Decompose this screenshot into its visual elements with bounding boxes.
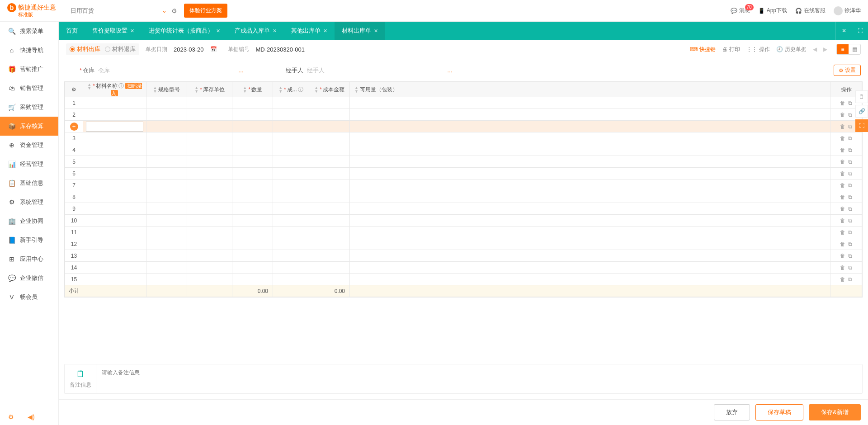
- cell-amount[interactable]: [309, 121, 350, 132]
- cell-qty[interactable]: [232, 250, 273, 262]
- copy-icon[interactable]: ⧉: [848, 182, 852, 189]
- cell-amount[interactable]: [309, 238, 350, 250]
- sidebar-item-经营管理[interactable]: 📊经营管理: [0, 155, 58, 174]
- cell-available[interactable]: [350, 168, 830, 179]
- copy-icon[interactable]: ⧉: [848, 100, 852, 106]
- delete-icon[interactable]: 🗑: [840, 241, 845, 247]
- handler-more-icon[interactable]: …: [447, 67, 453, 74]
- warehouse-more-icon[interactable]: …: [238, 67, 245, 74]
- cell-amount[interactable]: [309, 191, 350, 203]
- experience-button[interactable]: 体验行业方案: [184, 4, 227, 18]
- copy-icon[interactable]: ⧉: [848, 264, 852, 271]
- delete-icon[interactable]: 🗑: [840, 194, 845, 200]
- cell-unit[interactable]: [187, 179, 232, 191]
- copy-icon[interactable]: ⧉: [848, 253, 852, 259]
- cell-amount[interactable]: [309, 215, 350, 227]
- cell-unit[interactable]: [187, 191, 232, 203]
- cell-amount[interactable]: [309, 168, 350, 179]
- sidebar-item-快捷导航[interactable]: ⌂快捷导航: [0, 41, 58, 60]
- cell-spec[interactable]: [146, 179, 187, 191]
- col-available[interactable]: ▲▼可用量（包装）: [350, 82, 830, 97]
- cell-unit[interactable]: [187, 250, 232, 262]
- view-list-button[interactable]: ≡: [837, 44, 849, 54]
- sidebar-item-畅会员[interactable]: V畅会员: [0, 288, 58, 307]
- cell-name[interactable]: [83, 168, 146, 179]
- material-name-input[interactable]: [86, 122, 143, 132]
- cell-cost[interactable]: [273, 109, 309, 121]
- copy-icon[interactable]: ⧉: [848, 229, 852, 236]
- cell-name[interactable]: [83, 179, 146, 191]
- cell-spec[interactable]: [146, 227, 187, 238]
- cell-available[interactable]: [350, 144, 830, 156]
- col-spec[interactable]: ▲▼规格型号: [146, 82, 187, 97]
- cell-spec[interactable]: [146, 144, 187, 156]
- support-button[interactable]: 🎧 在线客服: [795, 7, 826, 14]
- cell-cost[interactable]: [273, 191, 309, 203]
- radio-material-back[interactable]: 材料退库: [105, 45, 136, 53]
- cell-name[interactable]: [83, 238, 146, 250]
- cell-unit[interactable]: [187, 203, 232, 215]
- close-icon[interactable]: ✕: [273, 28, 277, 34]
- delete-icon[interactable]: 🗑: [840, 112, 845, 118]
- cell-unit[interactable]: [187, 144, 232, 156]
- cell-name[interactable]: [83, 156, 146, 168]
- cell-cost[interactable]: [273, 250, 309, 262]
- tab-expand[interactable]: ⛶: [852, 22, 868, 40]
- cell-cost[interactable]: [273, 215, 309, 227]
- cell-qty[interactable]: [232, 144, 273, 156]
- delete-icon[interactable]: 🗑: [840, 182, 845, 189]
- cell-unit[interactable]: [187, 274, 232, 285]
- delete-icon[interactable]: 🗑: [840, 123, 845, 130]
- sidebar-item-库存核算[interactable]: 📦库存核算: [0, 117, 58, 136]
- cell-cost[interactable]: [273, 227, 309, 238]
- help-icon[interactable]: ⓘ: [118, 83, 124, 89]
- cell-amount[interactable]: [309, 274, 350, 285]
- cell-spec[interactable]: [146, 168, 187, 179]
- shortcut-button[interactable]: ⌨ 快捷键: [690, 46, 716, 53]
- cell-qty[interactable]: [232, 121, 273, 132]
- date-value[interactable]: 2023-03-20: [174, 46, 204, 53]
- cell-qty[interactable]: [232, 109, 273, 121]
- cell-available[interactable]: [350, 215, 830, 227]
- view-card-button[interactable]: ▦: [849, 44, 860, 54]
- delete-icon[interactable]: 🗑: [840, 253, 845, 259]
- sidebar-item-应用中心[interactable]: ⊞应用中心: [0, 250, 58, 269]
- operate-button[interactable]: ⋮⋮ 操作: [746, 46, 770, 53]
- cell-cost[interactable]: [273, 132, 309, 144]
- copy-icon[interactable]: ⧉: [848, 170, 852, 177]
- copy-icon[interactable]: ⧉: [848, 241, 852, 247]
- cell-name[interactable]: [83, 144, 146, 156]
- cell-name[interactable]: [83, 132, 146, 144]
- cell-name[interactable]: [83, 203, 146, 215]
- cell-qty[interactable]: [232, 227, 273, 238]
- cell-unit[interactable]: [187, 215, 232, 227]
- cell-unit[interactable]: [187, 121, 232, 132]
- sidebar-item-搜索菜单[interactable]: 🔍搜索菜单: [0, 22, 58, 41]
- cell-name[interactable]: [83, 227, 146, 238]
- copy-icon[interactable]: ⧉: [848, 123, 852, 130]
- cell-cost[interactable]: [273, 156, 309, 168]
- cell-amount[interactable]: [309, 132, 350, 144]
- cell-available[interactable]: [350, 227, 830, 238]
- user-menu[interactable]: 徐泽华: [834, 6, 861, 15]
- cell-name[interactable]: [83, 262, 146, 274]
- copy-icon[interactable]: ⧉: [848, 147, 852, 153]
- cell-unit[interactable]: [187, 238, 232, 250]
- cell-amount[interactable]: [309, 156, 350, 168]
- delete-icon[interactable]: 🗑: [840, 147, 845, 153]
- cell-spec[interactable]: [146, 203, 187, 215]
- close-icon[interactable]: ✕: [323, 28, 327, 34]
- tab-close-all[interactable]: ✕: [835, 22, 852, 40]
- cell-name[interactable]: [83, 250, 146, 262]
- delete-icon[interactable]: 🗑: [840, 229, 845, 236]
- tab-其他出库单[interactable]: 其他出库单✕: [284, 22, 335, 40]
- sidebar-collapse-icon[interactable]: ◀): [28, 413, 35, 420]
- tab-材料出库单[interactable]: 材料出库单✕: [335, 22, 385, 40]
- discard-button[interactable]: 放弃: [714, 404, 750, 420]
- col-amount[interactable]: ▲▼*成本金额: [309, 82, 350, 97]
- cell-unit[interactable]: [187, 132, 232, 144]
- cell-qty[interactable]: [232, 156, 273, 168]
- cell-cost[interactable]: [273, 144, 309, 156]
- delete-icon[interactable]: 🗑: [840, 100, 845, 106]
- copy-icon[interactable]: ⧉: [848, 194, 852, 200]
